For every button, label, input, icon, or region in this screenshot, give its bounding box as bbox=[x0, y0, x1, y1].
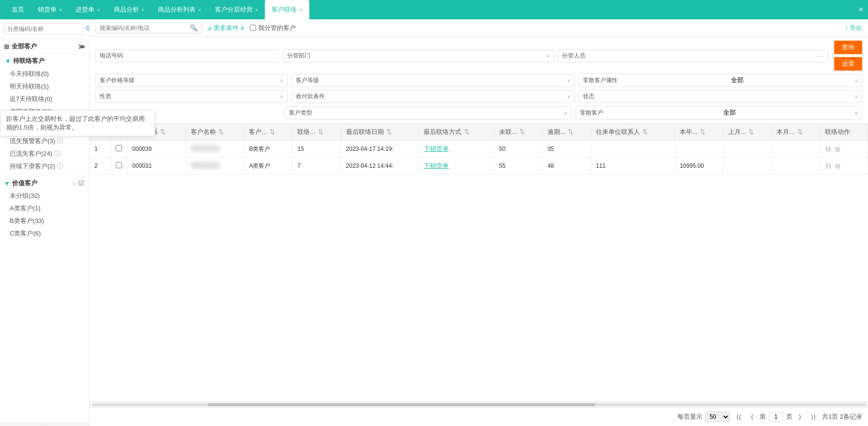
filter-scattered-field[interactable]: 零散客户 全部 ∨ bbox=[576, 106, 863, 119]
sidebar-resize-handle[interactable]: ◦ ◦ bbox=[0, 422, 89, 426]
next-page-button[interactable]: ⟩ bbox=[795, 412, 805, 422]
sidebar-item-class-c[interactable]: C类客户(6) bbox=[0, 227, 89, 240]
cell-type: A类客户 bbox=[244, 158, 292, 175]
sidebar-search-icon[interactable]: 🔍 bbox=[85, 26, 90, 33]
sidebar-item-declining[interactable]: 持续下滑客户(2) ⓘ bbox=[0, 160, 89, 173]
sidebar-item-churned[interactable]: 已流失客户(24) ⓘ bbox=[0, 147, 89, 160]
sidebar-item-ungrouped[interactable]: 未分组(32) bbox=[0, 190, 89, 202]
nav-tab-purchase-close[interactable]: × bbox=[97, 7, 100, 13]
filter-dept-field[interactable]: 分管部门 ∨ bbox=[283, 49, 554, 62]
col-contact-person-sort[interactable]: ⇅ bbox=[642, 128, 648, 135]
nav-tab-purchase[interactable]: 进货单 × bbox=[69, 0, 107, 19]
window-close-button[interactable]: × bbox=[859, 5, 863, 14]
sidebar-search-input[interactable] bbox=[4, 23, 83, 35]
col-last-method-sort[interactable]: ⇅ bbox=[464, 128, 470, 135]
grid-action-icon[interactable]: ⊞ bbox=[835, 146, 840, 153]
nav-tab-crm[interactable]: 客户分层经营 × bbox=[208, 0, 265, 19]
scrollbar-thumb[interactable] bbox=[208, 403, 595, 406]
sidebar-item-today[interactable]: 今天待联络(0) bbox=[0, 68, 89, 80]
last-method-link[interactable]: 下销货单 bbox=[424, 145, 449, 152]
sidebar-group-pending-header[interactable]: ▼ 待联络客户 bbox=[0, 54, 89, 68]
sidebar-item-class-c-label: C类客户(6) bbox=[10, 230, 41, 237]
last-method-link[interactable]: 下销货单 bbox=[424, 162, 449, 169]
filter-status-field[interactable]: 状态 ∨ bbox=[579, 90, 862, 103]
sidebar-item-tomorrow[interactable]: 明天待联络(1) bbox=[0, 80, 89, 93]
nav-tab-contact[interactable]: 客户联络 × bbox=[265, 0, 309, 19]
sidebar-item-class-a[interactable]: A类客户(1) bbox=[0, 202, 89, 215]
value-group-edit-icons[interactable]: ○ ☑ bbox=[72, 179, 84, 187]
col-last-month-sort[interactable]: ⇅ bbox=[748, 128, 754, 135]
settings-button[interactable]: 设置 bbox=[834, 57, 862, 71]
customer-name-blurred bbox=[191, 145, 220, 152]
link-action-icon[interactable]: ⛓ bbox=[825, 162, 831, 170]
col-this-year-sort[interactable]: ⇅ bbox=[700, 128, 705, 135]
sidebar-item-class-b[interactable]: B类客户(33) bbox=[0, 215, 89, 227]
sidebar-all-customers[interactable]: ⊞ 全部客户 ≫ bbox=[0, 39, 89, 54]
nav-tab-sales-close[interactable]: × bbox=[59, 7, 62, 13]
cell-checkbox[interactable] bbox=[111, 141, 127, 158]
nav-tab-analysis[interactable]: 商品分析 × bbox=[107, 0, 151, 19]
col-overdue-sort[interactable]: ⇅ bbox=[568, 128, 573, 135]
col-contact-sort[interactable]: ⇅ bbox=[318, 128, 323, 135]
grid-action-icon[interactable]: ⊞ bbox=[835, 162, 840, 170]
col-last-date-sort[interactable]: ⇅ bbox=[386, 128, 392, 135]
sidebar-collapse-arrow[interactable]: ≫ bbox=[78, 43, 85, 50]
col-type-sort[interactable]: ⇅ bbox=[270, 128, 275, 135]
sidebar-group-pending: ▼ 待联络客户 今天待联络(0) 明天待联络(1) 近7天待联络(0) 逾期未联… bbox=[0, 54, 89, 118]
sidebar-value-group-header[interactable]: ▼ 价值客户 ○ ☑ bbox=[0, 177, 89, 190]
first-page-button[interactable]: ⟨⟨ bbox=[733, 412, 745, 422]
sidebar-item-7days[interactable]: 近7天待联络(0) bbox=[0, 93, 89, 105]
page-label-pre: 第 bbox=[760, 412, 766, 421]
main-layout: 🔍 ≫ ⊞ 全部客户 ≫ ▼ 待联络客户 今天待联络(0) 明天待联络(1) bbox=[0, 19, 868, 426]
table-container[interactable]: ⚙ 客户编码 ⇅ 客户名称 ⇅ bbox=[90, 124, 868, 401]
nav-tab-sales[interactable]: 销货单 × bbox=[31, 0, 69, 19]
nav-tab-home[interactable]: 首页 bbox=[5, 0, 31, 19]
info-icon-churn[interactable]: ⓘ bbox=[57, 137, 63, 146]
query-button[interactable]: 查询 bbox=[834, 41, 862, 54]
filter-price-level-field[interactable]: 客户价格等级 ∨ bbox=[95, 74, 288, 87]
col-uncontacted-sort[interactable]: ⇅ bbox=[519, 128, 525, 135]
cell-last-method[interactable]: 下销货单 bbox=[419, 158, 494, 175]
horizontal-scrollbar[interactable] bbox=[90, 401, 868, 407]
main-search-input[interactable] bbox=[100, 25, 190, 31]
nav-tab-sales-label: 销货单 bbox=[38, 5, 57, 14]
col-action-label: 联络动作 bbox=[825, 128, 850, 135]
more-conditions-button[interactable]: ⊿ 更多条件 ∧ bbox=[207, 24, 245, 32]
info-icon-declining[interactable]: ⓘ bbox=[57, 162, 63, 171]
nav-tab-crm-close[interactable]: × bbox=[255, 7, 258, 13]
cell-checkbox[interactable] bbox=[111, 158, 127, 175]
nav-tab-analysis-list[interactable]: 商品分析列表 × bbox=[151, 0, 208, 19]
link-action-icon[interactable]: ⛓ bbox=[825, 146, 831, 153]
filter-nature-field[interactable]: 性质 ∨ bbox=[95, 90, 288, 103]
filter-nature-label: 性质 bbox=[100, 92, 111, 101]
scrollbar-track bbox=[91, 403, 866, 406]
current-page-input[interactable] bbox=[769, 412, 783, 422]
nav-tab-crm-label: 客户分层经营 bbox=[215, 5, 253, 14]
col-code-sort[interactable]: ⇅ bbox=[160, 128, 166, 135]
nav-tab-analysis-list-close[interactable]: × bbox=[198, 7, 201, 13]
last-page-button[interactable]: ⟩⟩ bbox=[807, 412, 819, 422]
nav-tab-contact-close[interactable]: × bbox=[299, 7, 302, 13]
prev-page-button[interactable]: ⟨ bbox=[747, 412, 757, 422]
main-search-icon[interactable]: 🔍 bbox=[190, 24, 198, 31]
export-button[interactable]: ↑ 导出 bbox=[845, 24, 863, 32]
filter-customer-type-field[interactable]: 客户类型 ∨ bbox=[285, 106, 572, 119]
my-customers-checkbox[interactable] bbox=[250, 25, 256, 31]
row-checkbox[interactable] bbox=[116, 145, 122, 151]
cell-last-method[interactable]: 下销货单 bbox=[419, 141, 494, 158]
col-name-sort[interactable]: ⇅ bbox=[218, 128, 224, 135]
filter-bar: 🔍 ⊿ 更多条件 ∧ 我分管的客户 ↑ 导出 bbox=[90, 19, 868, 37]
row-checkbox[interactable] bbox=[116, 162, 122, 168]
nav-tab-analysis-close[interactable]: × bbox=[141, 7, 144, 13]
col-this-month-sort[interactable]: ⇅ bbox=[797, 128, 803, 135]
per-page-select[interactable]: 50 20 100 bbox=[705, 411, 730, 422]
cell-this-month bbox=[772, 141, 820, 158]
filter-phone-field[interactable]: 电话号码 bbox=[95, 49, 279, 62]
filter-customer-level-field[interactable]: 客户等级 ∨ bbox=[291, 74, 575, 87]
info-icon-churned[interactable]: ⓘ bbox=[54, 149, 61, 158]
filter-row-3: 性质 ∨ 收付款条件 ∨ 状态 ∨ bbox=[95, 90, 862, 103]
sidebar-item-churn-warning[interactable]: 流失预警客户(3) ⓘ bbox=[0, 135, 89, 147]
filter-scattered-attr-field[interactable]: 零散客户属性 全部 ∨ bbox=[579, 73, 862, 87]
filter-person-field[interactable]: 分管人员 ··· bbox=[558, 49, 829, 62]
filter-payment-field[interactable]: 收付款条件 ∨ bbox=[291, 90, 575, 103]
